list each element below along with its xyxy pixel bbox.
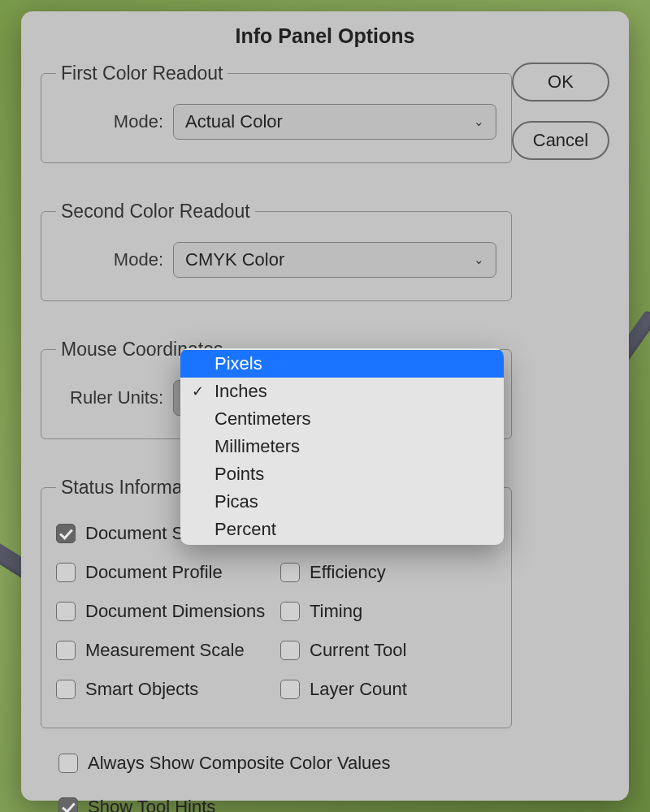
second-mode-label: Mode: — [56, 249, 163, 270]
status-checkbox[interactable] — [280, 602, 300, 621]
status-checkbox[interactable] — [280, 563, 300, 582]
ruler-units-label: Ruler Units: — [56, 387, 163, 408]
status-checkbox[interactable] — [56, 680, 76, 699]
status-label: Measurement Scale — [85, 640, 245, 661]
check-icon: ✓ — [192, 382, 204, 400]
cancel-button[interactable]: Cancel — [512, 121, 609, 160]
ok-button[interactable]: OK — [512, 63, 609, 102]
status-label: Document Profile — [85, 562, 223, 583]
status-label: Efficiency — [310, 562, 386, 583]
status-label: Current Tool — [310, 640, 406, 661]
status-label: Timing — [310, 601, 362, 622]
dropdown-item[interactable]: Picas — [180, 488, 504, 516]
dropdown-item[interactable]: ✓Inches — [180, 378, 504, 405]
status-checkbox[interactable] — [280, 680, 300, 699]
second-color-readout-legend: Second Color Readout — [56, 201, 255, 222]
second-color-readout-group: Second Color Readout Mode: CMYK Color ⌄ — [41, 201, 512, 301]
always-composite-checkbox[interactable] — [58, 754, 78, 773]
show-tool-hints-label: Show Tool Hints — [88, 797, 215, 812]
status-label: Layer Count — [310, 679, 407, 700]
ruler-units-dropdown: Pixels✓InchesCentimetersMillimetersPoint… — [180, 348, 504, 545]
second-mode-value: CMYK Color — [185, 249, 284, 270]
first-mode-value: Actual Color — [185, 111, 283, 132]
info-panel-options-dialog: Info Panel Options OK Cancel First Color… — [21, 11, 629, 801]
first-color-readout-legend: First Color Readout — [56, 63, 228, 84]
dropdown-item[interactable]: Points — [180, 460, 504, 488]
first-color-readout-group: First Color Readout Mode: Actual Color ⌄ — [41, 63, 512, 163]
status-checkbox[interactable] — [280, 641, 300, 660]
status-checkbox[interactable] — [56, 524, 76, 543]
first-mode-label: Mode: — [56, 111, 163, 132]
dropdown-item[interactable]: Percent — [180, 516, 504, 543]
status-label: Document Dimensions — [85, 601, 265, 622]
chevron-down-icon: ⌄ — [474, 253, 484, 267]
status-checkbox[interactable] — [56, 602, 76, 621]
dropdown-item[interactable]: Pixels — [180, 350, 504, 378]
chevron-down-icon: ⌄ — [474, 114, 484, 129]
status-label: Smart Objects — [85, 679, 198, 700]
dropdown-item[interactable]: Millimeters — [180, 433, 504, 460]
show-tool-hints-checkbox[interactable] — [58, 797, 78, 812]
always-composite-label: Always Show Composite Color Values — [88, 753, 391, 774]
first-mode-select[interactable]: Actual Color ⌄ — [173, 104, 496, 140]
second-mode-select[interactable]: CMYK Color ⌄ — [173, 242, 496, 278]
dialog-title: Info Panel Options — [21, 11, 629, 63]
status-checkbox[interactable] — [56, 563, 76, 582]
dropdown-item[interactable]: Centimeters — [180, 405, 504, 433]
status-checkbox[interactable] — [56, 641, 76, 660]
